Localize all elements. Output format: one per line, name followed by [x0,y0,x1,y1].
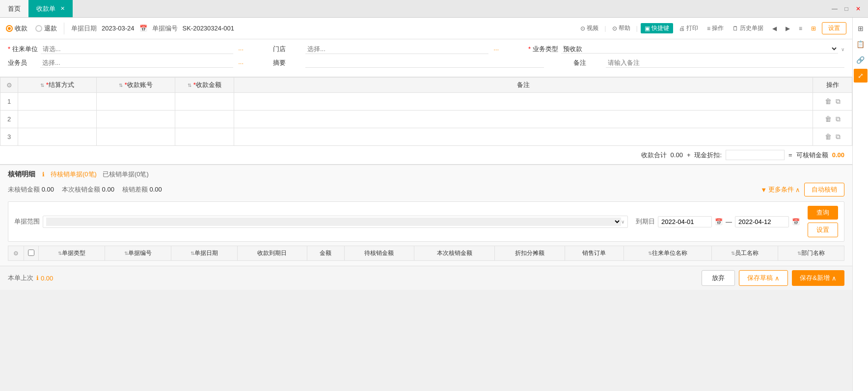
counterpart-input[interactable] [41,44,233,54]
footer-actions: 放弃 保存草稿 ∧ 保存&新增 ∧ [702,270,844,286]
row-3-account[interactable] [97,128,175,146]
grid-view-btn[interactable]: ⊞ [808,24,819,33]
sidebar-table-icon[interactable]: ⊞ [854,22,868,35]
bill-range-select[interactable] [46,218,621,226]
tab-close-icon[interactable]: ✕ [60,5,65,12]
bill-range-label: 单据范围 [14,217,40,226]
table-row: 1 🗑 ⧉ [0,93,852,111]
store-more-icon[interactable]: ··· [493,46,499,53]
video-btn[interactable]: ⊙ 视频 [577,23,601,33]
save-draft-button[interactable]: 保存草稿 ∧ [739,270,788,286]
sidebar-expand-icon[interactable]: ⤢ [854,69,868,83]
query-button[interactable]: 查询 [808,206,838,220]
summary-row: 收款合计 0.00 + 现金折扣: = 可核销金额 0.00 [0,146,852,165]
save-new-button[interactable]: 保存&新增 ∧ [792,270,844,286]
business-type-select[interactable]: 预收款 [561,45,838,53]
discount-input[interactable] [726,150,785,160]
row-1-account[interactable] [97,93,175,111]
hx-tab-completed[interactable]: 已核销单据(0笔) [103,170,149,179]
calendar-icon[interactable]: 📅 [139,25,147,32]
sidebar-link-icon[interactable]: 🔗 [854,53,868,67]
next-btn[interactable]: ▶ [783,24,793,33]
row-1-remark[interactable] [234,93,813,111]
store-input[interactable] [305,44,488,54]
row-2-remark[interactable] [234,111,813,128]
row-3-remark[interactable] [234,128,813,146]
due-date-label: 到期日 [636,217,655,226]
bill-range-arrow[interactable]: ∨ [621,219,624,224]
footer-info-icon[interactable]: ℹ [36,275,39,281]
hx-col-settings: ⚙ [8,246,24,261]
summary-label: 摘要 [273,58,302,67]
summary-input[interactable] [305,58,544,68]
maximize-button[interactable]: □ [842,5,850,13]
tab-receipt[interactable]: 收款单 ✕ [28,0,73,17]
radio-receipt[interactable]: 收款 [6,24,27,33]
date-from-input[interactable] [658,216,712,227]
plus-sign: + [687,151,691,159]
date-to-input[interactable] [735,216,789,227]
hx-diff-value: 0.00 [150,186,162,193]
row-2-amount[interactable] [175,111,234,128]
hx-select-all-checkbox[interactable] [28,250,34,256]
sidebar-doc-icon[interactable]: 📋 [854,37,868,51]
row-3-settlement[interactable] [18,128,97,146]
row-1-delete-icon[interactable]: 🗑 [825,97,832,106]
minimize-button[interactable]: — [831,5,839,13]
row-3-copy-icon[interactable]: ⧉ [836,133,841,141]
bill-no-label: 单据编号 [152,24,178,33]
hx-col-discount: 折扣分摊额 [495,246,565,261]
setting-button[interactable]: 设置 [822,22,846,34]
hx-col-due-date: 收款到期日 [237,246,307,261]
more-filter-btn[interactable]: ▼ 更多条件 ∧ [760,185,800,194]
hx-table-settings-icon[interactable]: ⚙ [13,250,19,257]
shortcut-btn[interactable]: ▣ 快捷键 [641,23,673,33]
business-type-arrow[interactable]: ∨ [841,47,844,52]
row-2-settlement[interactable] [18,111,97,128]
close-button[interactable]: ✕ [854,5,862,13]
auto-hx-button[interactable]: 自动核销 [804,183,844,196]
tab-home[interactable]: 首页 [0,0,28,17]
radio-receipt-dot [6,25,13,32]
history-btn[interactable]: 🗒 历史单据 [730,23,766,33]
counterpart-more-icon[interactable]: ··· [238,46,244,53]
equals-sign: = [788,151,792,159]
date-to-calendar-icon[interactable]: 📅 [792,218,800,225]
current-hx-value: 0.00 [102,186,114,193]
print-btn[interactable]: 🖨 打印 [676,23,701,33]
row-3-amount[interactable] [175,128,234,146]
row-2-actions: 🗑 ⧉ [817,115,848,123]
table-settings-icon[interactable]: ⚙ [6,82,12,89]
operate-btn[interactable]: ≡ 操作 [704,23,727,33]
tab-receipt-label: 收款单 [36,4,55,13]
row-2-account[interactable] [97,111,175,128]
hx-info-row: 未核销金额 0.00 本次核销金额 0.00 核销差额 0.00 ▼ 更多条件 … [8,183,844,196]
hx-tab-pending[interactable]: 待核销单据(0笔) [51,170,97,179]
hx-setting-button[interactable]: 设置 [808,223,838,237]
row-2-delete-icon[interactable]: 🗑 [825,115,832,123]
table-row: 2 🗑 ⧉ [0,111,852,128]
remark-input[interactable] [606,58,844,68]
help-btn[interactable]: ⊙ 帮助 [609,23,633,33]
col-remark-header: 备注 [234,78,813,93]
date-from-calendar-icon[interactable]: 📅 [715,218,723,225]
salesperson-input[interactable] [40,58,233,68]
salesperson-field: 业务员 ··· [8,58,244,68]
list-view-btn[interactable]: ≡ [796,24,805,33]
abandon-button[interactable]: 放弃 [702,270,735,286]
prev-btn[interactable]: ◀ [769,24,780,33]
row-1-copy-icon[interactable]: ⧉ [836,97,841,106]
hx-info-icon[interactable]: ℹ [42,171,45,178]
business-type-label: 业务类型 [528,45,558,54]
col-settings-header: ⚙ [0,78,18,93]
bill-limit-value: 0.00 [41,275,53,282]
row-1-settlement[interactable] [18,93,97,111]
salesperson-more-icon[interactable]: ··· [238,59,244,67]
row-1-amount[interactable] [175,93,234,111]
summary-field: 摘要 [273,58,544,68]
row-3-delete-icon[interactable]: 🗑 [825,133,832,141]
row-2-copy-icon[interactable]: ⧉ [836,115,841,123]
radio-refund[interactable]: 退款 [35,24,57,33]
toolbar: 收款 退款 单据日期 2023-03-24 📅 单据编号 SK-20230324… [0,18,852,39]
tab-bar: 首页 收款单 ✕ — □ ✕ [0,0,868,18]
